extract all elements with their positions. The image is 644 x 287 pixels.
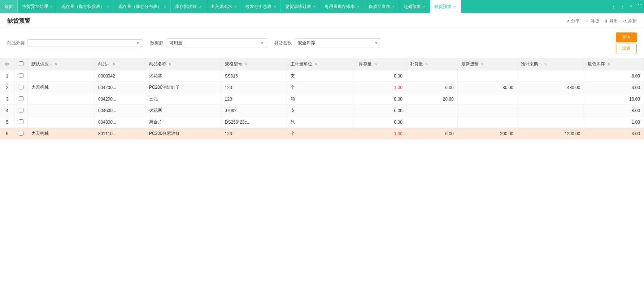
- th-supplier[interactable]: 默认供应... ⇅: [27, 58, 94, 70]
- th-stock[interactable]: 库存量 ⇅: [355, 58, 406, 70]
- filter-data-source: 数据源 可用量 ▼: [150, 38, 267, 48]
- tab-inventory-dist-close[interactable]: ×: [164, 4, 166, 9]
- filter-actions: 查询 设置: [616, 32, 637, 53]
- tab-expiry-query-label: 保质期查询: [369, 4, 390, 10]
- row-product-code: 004600...: [94, 105, 145, 116]
- unit-sort-icon: ⇅: [314, 62, 317, 66]
- tab-expiry-query-close[interactable]: ×: [392, 4, 395, 9]
- tab-fullscreen-btn[interactable]: ⛶: [635, 0, 644, 13]
- tab-defect-process[interactable]: 拣货异常处理 ×: [18, 0, 57, 13]
- row-checkbox[interactable]: [19, 108, 23, 112]
- th-latest-price-label: 最新进价: [461, 61, 479, 66]
- row-checkbox-cell[interactable]: [14, 116, 27, 128]
- row-unit: 个: [287, 128, 355, 140]
- tab-recv-summary-label: 收发存汇总表: [245, 4, 271, 10]
- row-checkbox-cell[interactable]: [14, 70, 27, 82]
- row-product-name: PC200张紧油缸: [145, 128, 221, 140]
- settings-button[interactable]: 设置: [616, 44, 637, 53]
- th-checkbox[interactable]: [14, 58, 27, 70]
- tab-shortage-warning[interactable]: 缺货预警 ×: [430, 0, 461, 13]
- replenish-button[interactable]: ＋ 补货: [585, 18, 599, 24]
- th-replenish-qty-label: 补货量: [410, 61, 423, 66]
- replenish-base-select[interactable]: 安全库存 ▼: [295, 38, 381, 48]
- tab-batch-account-label: 库存批次账: [175, 4, 197, 10]
- query-button[interactable]: 查询: [616, 32, 637, 42]
- row-replenish-qty: [406, 70, 457, 82]
- th-unit[interactable]: 主计量单位 ⇅: [287, 58, 355, 70]
- th-est-purchase[interactable]: 预计采购... ⇅: [517, 58, 584, 70]
- tab-in-out-flow-close[interactable]: ×: [234, 4, 236, 9]
- data-source-value: 可用量: [169, 40, 182, 46]
- row-supplier: [27, 116, 94, 128]
- tab-prev-btn[interactable]: ‹: [609, 0, 618, 13]
- th-replenish-qty[interactable]: 补货量 ⇅: [406, 58, 457, 70]
- tab-next-btn[interactable]: ›: [618, 0, 627, 13]
- row-spec: J7092: [221, 105, 287, 116]
- select-all-checkbox[interactable]: [19, 61, 23, 66]
- data-source-select[interactable]: 可用量 ▼: [166, 38, 267, 48]
- tab-available-ledger[interactable]: 可用量库存账本 ×: [320, 0, 364, 13]
- row-product-code: 0000042: [94, 70, 145, 82]
- th-spec[interactable]: 规格型号 ⇅: [221, 58, 287, 70]
- tab-close-all-btn[interactable]: ×: [627, 0, 635, 13]
- tab-inventory-status-close[interactable]: ×: [107, 4, 109, 9]
- table-row: 4 004600... 火花塞 J7092 支 0.00 8.00: [0, 105, 644, 116]
- share-button[interactable]: ↗ 分享: [566, 18, 580, 24]
- replenish-label: 补货: [591, 18, 599, 24]
- tab-inventory-dist[interactable]: 现存量（库存分布表） ×: [114, 0, 171, 13]
- row-checkbox-cell[interactable]: [14, 93, 27, 105]
- row-checkbox-cell[interactable]: [14, 105, 27, 116]
- row-est-purchase: [517, 93, 584, 105]
- tab-defect-process-label: 拣货异常处理: [22, 4, 48, 10]
- row-checkbox-cell[interactable]: [14, 128, 27, 140]
- category-select[interactable]: ▼: [27, 39, 143, 47]
- tab-shortage-warning-close[interactable]: ×: [454, 4, 456, 9]
- tab-expiry-query[interactable]: 保质期查询 ×: [364, 0, 399, 13]
- tab-defect-process-close[interactable]: ×: [50, 4, 52, 9]
- tab-bar: 首页 拣货异常处理 × 现存量（库存状况表） × 现存量（库存分布表） × 库存…: [0, 0, 644, 13]
- export-button[interactable]: ⬇ 导出: [604, 18, 618, 24]
- row-min-stock: 3.00: [584, 82, 644, 93]
- tab-batch-account[interactable]: 库存批次账 ×: [171, 0, 206, 13]
- row-checkbox[interactable]: [19, 131, 23, 136]
- row-spec: DS250*23c...: [221, 116, 287, 128]
- tab-overstock-warning[interactable]: 超储预警 ×: [399, 0, 430, 13]
- th-gear[interactable]: ⚙: [0, 58, 14, 70]
- replenish-icon: ＋: [585, 18, 589, 24]
- table-container: ⚙ 默认供应... ⇅ 商品... ⇅ 商品名称 ⇅: [0, 58, 644, 287]
- min-stock-sort-icon: ⇅: [608, 62, 610, 66]
- th-min-stock[interactable]: 最低库存 ⇅: [584, 58, 644, 70]
- row-checkbox[interactable]: [19, 85, 23, 89]
- row-stock: 0.00: [355, 70, 406, 82]
- th-product-code[interactable]: 商品... ⇅: [94, 58, 145, 70]
- tab-recv-summary[interactable]: 收发存汇总表 ×: [241, 0, 280, 13]
- row-checkbox[interactable]: [19, 119, 23, 124]
- row-min-stock: 3.00: [584, 128, 644, 140]
- tab-available-ledger-label: 可用量库存账本: [325, 4, 355, 10]
- tab-requisition-stat[interactable]: 要货单统计表 ×: [281, 0, 320, 13]
- row-checkbox[interactable]: [19, 96, 23, 101]
- row-checkbox-cell[interactable]: [14, 82, 27, 93]
- tab-inventory-status[interactable]: 现存量（库存状况表） ×: [57, 0, 114, 13]
- refresh-button[interactable]: ↺ 刷新: [623, 18, 637, 24]
- row-product-name: 三九: [145, 93, 221, 105]
- tab-in-out-flow[interactable]: 出入库流水 ×: [206, 0, 241, 13]
- th-latest-price[interactable]: 最新进价 ⇅: [457, 58, 517, 70]
- tab-batch-account-close[interactable]: ×: [199, 4, 201, 9]
- row-checkbox[interactable]: [19, 73, 23, 78]
- row-est-purchase: [517, 105, 584, 116]
- latest-price-sort-icon: ⇅: [481, 62, 484, 66]
- refresh-label: 刷新: [628, 18, 637, 24]
- tab-overstock-warning-label: 超储预警: [404, 4, 421, 10]
- th-product-name-label: 商品名称: [149, 61, 166, 66]
- table-row: 2 力天机械 004200... PC200油缸缸子 123 个 -1.00 6…: [0, 82, 644, 93]
- row-supplier: 力天机械: [27, 82, 94, 93]
- tab-recv-summary-close[interactable]: ×: [274, 4, 276, 9]
- tab-home[interactable]: 首页: [0, 0, 18, 13]
- tab-available-ledger-close[interactable]: ×: [357, 4, 359, 9]
- tab-overstock-warning-close[interactable]: ×: [423, 4, 425, 9]
- tab-requisition-stat-close[interactable]: ×: [313, 4, 316, 9]
- share-label: 分享: [571, 18, 580, 24]
- tab-shortage-warning-label: 缺货预警: [434, 4, 452, 10]
- th-product-name[interactable]: 商品名称 ⇅: [145, 58, 221, 70]
